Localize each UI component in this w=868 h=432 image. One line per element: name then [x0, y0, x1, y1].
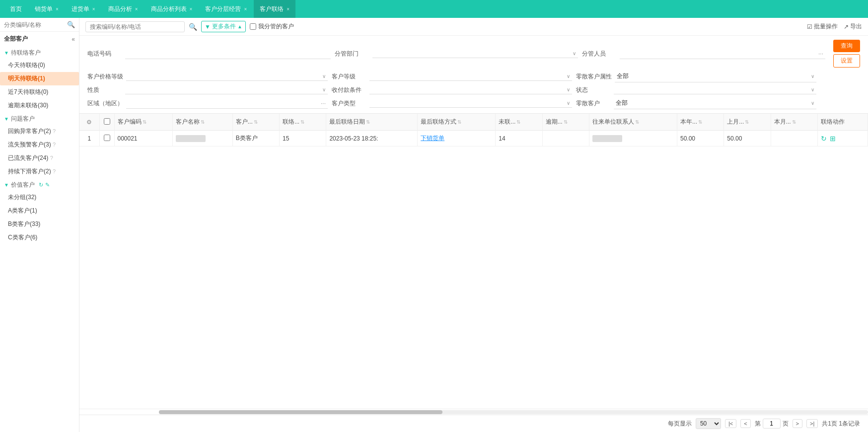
filter-cell-customer-type: 客户类型 ∨ — [332, 99, 572, 108]
more-conditions-button[interactable]: ▼ 更多条件 ▲ — [201, 21, 246, 32]
data-table-container: ⚙ 客户编码⇅ 客户名称⇅ 客户...⇅ 联络...⇅ 最后联络日期⇅ 最后联络… — [79, 114, 868, 409]
retail-customer-select[interactable]: 全部 ∨ — [614, 97, 816, 109]
sidebar-search-input[interactable] — [4, 21, 65, 28]
th-checkbox[interactable] — [99, 114, 114, 131]
sidebar-item-class-c[interactable]: C类客户(6) — [0, 231, 79, 244]
price-level-select[interactable]: ∨ — [126, 72, 328, 81]
prev-page-button[interactable]: < — [740, 419, 750, 428]
nav-item-sales[interactable]: 销货单 × — [29, 0, 65, 18]
refresh-icon[interactable]: ↻ — [39, 182, 43, 188]
edit-icon[interactable]: ✎ — [45, 182, 50, 188]
my-customers-checkbox-label[interactable]: 我分管的客户 — [250, 22, 294, 31]
td-contact-person — [589, 131, 677, 146]
td-last-date: 2023-05-23 18:25: — [326, 131, 418, 146]
first-page-button[interactable]: |< — [725, 419, 736, 428]
group-problem-customers[interactable]: ▼ 问题客户 — [0, 112, 79, 125]
filter-row-3: 性质 ∨ 收付款条件 ∨ 状态 ∨ — [87, 85, 860, 94]
sidebar-item-7days-contact[interactable]: 近7天待联络(0) — [0, 85, 79, 99]
sidebar-item-churned[interactable]: 已流失客户(24) ? — [0, 151, 79, 165]
area-select[interactable]: ··· — [126, 98, 328, 109]
total-count: 共1页 1条记录 — [822, 420, 860, 428]
close-icon[interactable]: × — [56, 6, 59, 12]
arrow-icon: ▼ — [4, 116, 9, 122]
th-contact-count: 联络...⇅ — [280, 114, 326, 131]
filter-cell-manager: 分管人员 ··· — [582, 49, 825, 59]
chevron-down-icon: ∨ — [573, 51, 576, 56]
sidebar-item-ungrouped[interactable]: 未分组(32) — [0, 191, 79, 204]
scrollbar-thumb[interactable] — [159, 410, 442, 414]
sidebar-item-churn-warning[interactable]: 流失预警客户(3) ? — [0, 138, 79, 151]
content-area: 🔍 ▼ 更多条件 ▲ 我分管的客户 ☑ 批量操作 ↗ 导出 — [79, 18, 868, 432]
page-label: 第 — [755, 420, 761, 428]
export-button[interactable]: ↗ 导出 — [844, 22, 862, 31]
th-gear[interactable]: ⚙ — [79, 114, 99, 131]
filter-cell-status: 状态 ∨ — [576, 85, 816, 94]
query-button[interactable]: 查询 — [833, 40, 860, 52]
last-method-link[interactable]: 下销货单 — [421, 135, 444, 142]
close-icon[interactable]: × — [287, 6, 289, 12]
nav-item-home[interactable]: 首页 — [4, 0, 28, 18]
table-row: 1 000021 B类客户 15 2023-05-23 18:25: 下销货单 … — [79, 131, 868, 146]
setting-button[interactable]: 设置 — [833, 54, 860, 68]
status-select[interactable]: ∨ — [614, 85, 816, 94]
my-customers-checkbox[interactable] — [250, 23, 256, 30]
nav-item-product-analysis[interactable]: 商品分析 × — [102, 0, 144, 18]
dept-select[interactable]: ∨ — [372, 49, 578, 58]
nav-item-customer-tier[interactable]: 客户分层经营 × — [199, 0, 253, 18]
phone-input[interactable] — [125, 49, 331, 59]
scrollbar-track — [159, 410, 868, 414]
group-value-customers[interactable]: ▼ 价值客户 ↻ ✎ — [0, 178, 79, 191]
page-number-input[interactable] — [763, 419, 781, 429]
search-input[interactable] — [85, 21, 185, 32]
td-last-method[interactable]: 下销货单 — [418, 131, 496, 146]
action-refresh-icon[interactable]: ↻ — [821, 135, 827, 143]
group-pending-contact[interactable]: ▼ 待联络客户 — [0, 46, 79, 59]
filter-cell-phone: 电话号码 — [87, 49, 331, 59]
sidebar-search-icon[interactable]: 🔍 — [67, 21, 75, 28]
select-all-checkbox[interactable] — [104, 118, 110, 125]
close-icon[interactable]: × — [244, 6, 247, 12]
td-code: 000021 — [114, 131, 172, 146]
next-page-button[interactable]: > — [793, 419, 802, 428]
nav-item-purchase[interactable]: 进货单 × — [66, 0, 101, 18]
all-customers-header[interactable]: 全部客户 « — [0, 32, 79, 46]
nav-item-product-analysis-list[interactable]: 商品分析列表 × — [145, 0, 199, 18]
customer-type-select[interactable]: ∨ — [369, 99, 572, 108]
chevron-up-icon: ▲ — [237, 24, 242, 29]
chevron-down-icon: ∨ — [567, 73, 570, 79]
chevron-down-icon: ∨ — [567, 100, 570, 106]
th-type: 客户...⇅ — [232, 114, 279, 131]
last-page-button[interactable]: >| — [806, 419, 818, 428]
nature-select[interactable]: ∨ — [125, 85, 328, 94]
payment-select[interactable]: ∨ — [369, 85, 572, 94]
td-checkbox[interactable] — [99, 131, 114, 146]
customer-level-select[interactable]: ∨ — [369, 72, 572, 81]
sidebar-item-declining[interactable]: 持续下滑客户(2) ? — [0, 165, 79, 178]
sidebar-item-today-contact[interactable]: 今天待联络(0) — [0, 59, 79, 72]
sidebar-item-overdue-contact[interactable]: 逾期未联络(30) — [0, 99, 79, 112]
sidebar-item-tomorrow-contact[interactable]: 明天待联络(1) — [0, 72, 79, 85]
export-icon: ↗ — [844, 23, 849, 30]
filter-action-buttons: 查询 设置 — [833, 40, 860, 68]
sidebar-item-class-a[interactable]: A类客户(1) — [0, 204, 79, 217]
nav-item-customer-contact[interactable]: 客户联络 × — [254, 0, 295, 18]
close-icon[interactable]: × — [190, 6, 193, 12]
bulk-op-button[interactable]: ☑ 批量操作 — [807, 22, 838, 31]
page-size-select[interactable]: 50 20 100 — [696, 418, 721, 429]
filter-cell-price-level: 客户价格等级 ∨ — [87, 72, 328, 81]
action-grid-icon[interactable]: ⊞ — [830, 135, 836, 143]
manager-select[interactable]: ··· — [620, 49, 825, 59]
collapse-icon[interactable]: « — [72, 36, 75, 43]
close-icon[interactable]: × — [135, 6, 138, 12]
search-button[interactable]: 🔍 — [189, 23, 197, 31]
td-last-month: 50.00 — [724, 131, 771, 146]
action-icons-group: ↻ ⊞ — [821, 135, 865, 143]
row-checkbox[interactable] — [104, 135, 110, 141]
gear-icon[interactable]: ⚙ — [86, 119, 92, 126]
filter-cell-dept: 分管部门 ∨ — [335, 49, 578, 58]
close-icon[interactable]: × — [92, 6, 95, 12]
sidebar-item-repurchase-abnormal[interactable]: 回购异常客户(2) ? — [0, 125, 79, 138]
retail-attr-select[interactable]: 全部 ∨ — [615, 71, 816, 82]
th-name: 客户名称⇅ — [172, 114, 232, 131]
sidebar-item-class-b[interactable]: B类客户(33) — [0, 217, 79, 231]
